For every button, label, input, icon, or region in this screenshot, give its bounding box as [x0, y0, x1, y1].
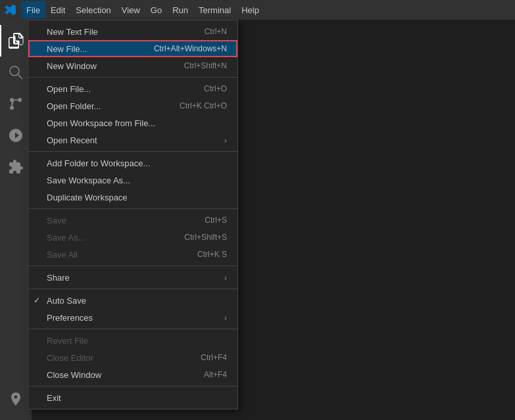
separator-2	[28, 151, 237, 152]
save-as-label: Save As...	[47, 233, 174, 243]
svg-point-0	[10, 66, 19, 76]
separator-1	[28, 77, 237, 78]
menu-item-exit[interactable]: Exit	[28, 389, 237, 406]
separator-7	[28, 386, 237, 386]
menu-item-open-recent[interactable]: Open Recent ›	[28, 131, 237, 149]
sidebar-item-extensions[interactable]	[0, 151, 32, 183]
menubar: File Edit Selection View Go Run Terminal…	[0, 0, 515, 20]
menu-selection[interactable]: Selection	[70, 1, 116, 18]
menu-item-save-all[interactable]: Save All Ctrl+K S	[28, 246, 237, 263]
vscode-logo-icon	[3, 3, 17, 17]
svg-line-1	[18, 74, 22, 79]
new-file-label: New File...	[47, 44, 143, 54]
close-editor-shortcut: Ctrl+F4	[201, 353, 227, 362]
menu-item-share[interactable]: Share ›	[28, 269, 237, 286]
exit-label: Exit	[47, 393, 227, 403]
sidebar-item-source-control[interactable]	[0, 88, 32, 120]
sidebar-item-search[interactable]	[0, 57, 32, 88]
separator-6	[28, 329, 237, 329]
menu-run[interactable]: Run	[167, 1, 193, 18]
save-workspace-as-label: Save Workspace As...	[47, 175, 227, 185]
new-window-label: New Window	[47, 61, 174, 71]
menu-item-new-window[interactable]: New Window Ctrl+Shift+N	[28, 57, 237, 74]
file-dropdown-menu: New Text File Ctrl+N New File... Ctrl+Al…	[28, 20, 238, 409]
open-file-shortcut: Ctrl+O	[204, 84, 227, 93]
save-all-label: Save All	[47, 250, 187, 260]
sidebar-item-explorer[interactable]	[0, 25, 32, 57]
svg-point-3	[10, 106, 14, 110]
save-shortcut: Ctrl+S	[205, 216, 227, 225]
menu-item-save-workspace-as[interactable]: Save Workspace As...	[28, 172, 237, 189]
new-window-shortcut: Ctrl+Shift+N	[184, 61, 227, 70]
menu-item-open-folder[interactable]: Open Folder... Ctrl+K Ctrl+O	[28, 97, 237, 114]
new-text-file-label: New Text File	[47, 27, 194, 37]
menu-item-open-workspace[interactable]: Open Workspace from File...	[28, 114, 237, 131]
menu-file[interactable]: File	[21, 1, 45, 18]
open-recent-arrow-icon: ›	[224, 135, 227, 145]
menu-terminal[interactable]: Terminal	[193, 1, 236, 18]
open-recent-label: Open Recent	[47, 135, 219, 145]
svg-point-4	[18, 98, 22, 102]
open-folder-shortcut: Ctrl+K Ctrl+O	[180, 101, 227, 110]
sidebar	[0, 20, 32, 420]
revert-file-label: Revert File	[47, 336, 227, 346]
new-file-shortcut: Ctrl+Alt+Windows+N	[154, 44, 227, 53]
open-file-label: Open File...	[47, 84, 193, 94]
menu-item-add-folder[interactable]: Add Folder to Workspace...	[28, 154, 237, 172]
separator-3	[28, 208, 237, 209]
close-window-shortcut: Alt+F4	[204, 370, 227, 379]
close-window-label: Close Window	[47, 370, 193, 380]
menu-item-auto-save[interactable]: ✓ Auto Save	[28, 292, 237, 309]
menu-help[interactable]: Help	[236, 1, 264, 18]
auto-save-label: Auto Save	[47, 296, 227, 306]
auto-save-checkmark-icon: ✓	[34, 296, 40, 305]
menu-item-close-window[interactable]: Close Window Alt+F4	[28, 366, 237, 383]
menu-item-duplicate-workspace[interactable]: Duplicate Workspace	[28, 189, 237, 206]
menu-item-new-text-file[interactable]: New Text File Ctrl+N	[28, 23, 237, 40]
open-workspace-label: Open Workspace from File...	[47, 118, 227, 128]
preferences-label: Preferences	[47, 313, 219, 323]
close-editor-label: Close Editor	[47, 353, 190, 363]
duplicate-workspace-label: Duplicate Workspace	[47, 193, 227, 202]
menu-go[interactable]: Go	[145, 1, 167, 18]
menu-view[interactable]: View	[116, 1, 145, 18]
sidebar-item-run[interactable]	[0, 120, 32, 151]
preferences-arrow-icon: ›	[224, 313, 227, 323]
separator-4	[28, 266, 237, 266]
separator-5	[28, 289, 237, 289]
sidebar-item-remote[interactable]	[0, 383, 32, 415]
menu-item-revert-file[interactable]: Revert File	[28, 332, 237, 349]
new-text-file-shortcut: Ctrl+N	[205, 27, 227, 36]
menu-item-new-file[interactable]: New File... Ctrl+Alt+Windows+N	[28, 40, 237, 57]
menu-item-save-as[interactable]: Save As... Ctrl+Shift+S	[28, 229, 237, 246]
menu-item-preferences[interactable]: Preferences ›	[28, 309, 237, 326]
menu-item-close-editor[interactable]: Close Editor Ctrl+F4	[28, 349, 237, 366]
add-folder-label: Add Folder to Workspace...	[47, 158, 227, 168]
save-as-shortcut: Ctrl+Shift+S	[184, 233, 227, 242]
share-label: Share	[47, 273, 219, 283]
share-arrow-icon: ›	[224, 273, 227, 283]
save-all-shortcut: Ctrl+K S	[197, 250, 227, 259]
menu-item-open-file[interactable]: Open File... Ctrl+O	[28, 80, 237, 97]
open-folder-label: Open Folder...	[47, 101, 169, 111]
menu-edit[interactable]: Edit	[45, 1, 70, 18]
save-label: Save	[47, 216, 194, 225]
menu-item-save[interactable]: Save Ctrl+S	[28, 212, 237, 229]
